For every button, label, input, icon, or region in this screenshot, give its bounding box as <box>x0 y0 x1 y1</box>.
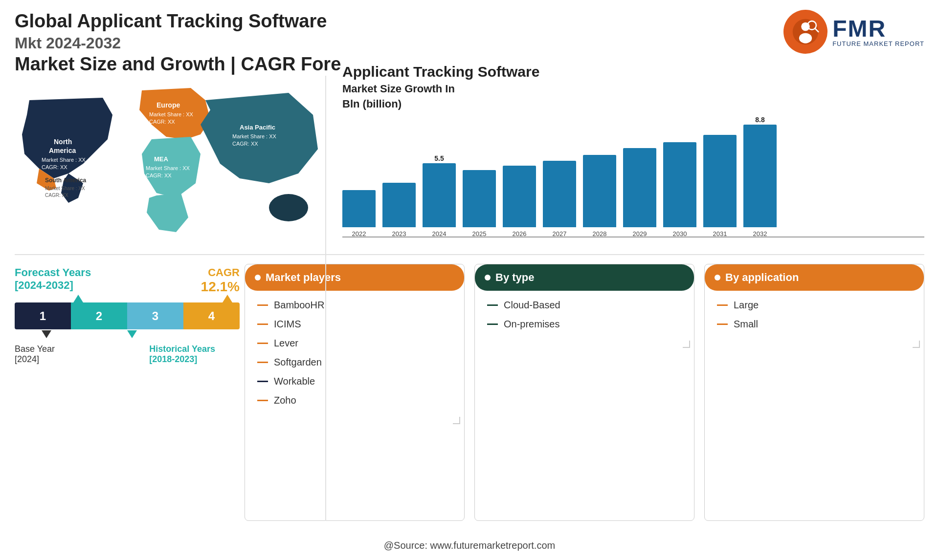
arrow-up-cagr <box>223 295 232 302</box>
source-text: @Source: www.futuremarketreport.com <box>0 540 939 551</box>
panel-type-title: By type <box>495 271 534 284</box>
bar-group: 2023 <box>382 173 416 237</box>
bar <box>382 183 416 227</box>
list-item: Workable <box>257 376 452 387</box>
svg-text:America: America <box>49 147 76 154</box>
list-item: Cloud-Based <box>487 300 682 311</box>
bar <box>583 155 616 227</box>
logo-text: FMR FUTURE MARKET REPORT <box>832 17 924 47</box>
arrow-down-base <box>42 330 51 338</box>
panel-market-players: Market players BambooHR ICIMS Lever Soft… <box>245 264 465 521</box>
list-dash <box>717 323 728 325</box>
chart-axis <box>342 237 924 237</box>
svg-text:MEA: MEA <box>154 155 169 163</box>
svg-point-19 <box>269 194 308 221</box>
panel-corner <box>453 417 460 424</box>
panel-players-dot <box>255 275 261 280</box>
arrow-down-hist <box>127 330 137 338</box>
svg-text:CAGR: XX: CAGR: XX <box>146 172 172 178</box>
bar-group: 2028 <box>583 145 616 237</box>
bar <box>342 190 376 227</box>
list-item: Large <box>717 300 912 311</box>
panel-players-title: Market players <box>266 271 341 284</box>
bar-chart: 202220235.520242025202620272028202920302… <box>342 120 924 237</box>
panel-app-header: By application <box>705 264 924 291</box>
bar <box>743 125 777 227</box>
list-dash <box>257 400 268 401</box>
logo: FMR FUTURE MARKET REPORT <box>783 10 924 54</box>
logo-icon <box>783 10 827 54</box>
bar-group: 2027 <box>543 151 576 237</box>
forecast-years-label: Forecast Years <box>15 266 91 279</box>
svg-text:Europe: Europe <box>156 101 180 109</box>
logo-tagline: FUTURE MARKET REPORT <box>832 41 924 47</box>
bar-annotation: 8.8 <box>755 116 764 124</box>
panel-players-header: Market players <box>245 264 464 291</box>
svg-text:CAGR: XX: CAGR: XX <box>232 141 258 147</box>
divider-horizontal <box>15 254 924 255</box>
svg-text:CAGR: XX: CAGR: XX <box>42 164 67 170</box>
panel-type-content: Cloud-Based On-premises <box>475 291 694 339</box>
logo-fmr: FMR <box>832 17 924 41</box>
cagr-value: 12.1% <box>201 279 240 295</box>
bar-group: 2029 <box>623 138 656 237</box>
arrow-up-forecast <box>73 295 83 302</box>
bar-group: 2022 <box>342 180 376 237</box>
svg-text:Market Share : XX: Market Share : XX <box>42 157 86 163</box>
bar-group: 2026 <box>503 156 536 237</box>
panel-corner <box>683 341 690 348</box>
title-line2: Market Size and Growth | CAGR Fore <box>15 53 341 76</box>
hist-years-label: Historical Years <box>149 344 215 354</box>
bar-group: 5.52024 <box>423 154 456 237</box>
bar-group: 8.82032 <box>743 116 777 237</box>
divider-vertical <box>325 76 326 521</box>
panel-by-type: By type Cloud-Based On-premises <box>474 264 694 521</box>
cagr-label: CAGR <box>201 266 240 279</box>
panel-app-content: Large Small <box>705 291 924 339</box>
list-item: Softgarden <box>257 357 452 368</box>
bar <box>543 161 576 227</box>
panels-container: Market players BambooHR ICIMS Lever Soft… <box>245 264 924 521</box>
panel-by-application: By application Large Small <box>704 264 924 521</box>
svg-text:Market Share : XX: Market Share : XX <box>45 186 85 191</box>
panel-app-title: By application <box>725 271 799 284</box>
svg-text:Market Share : XX: Market Share : XX <box>146 165 190 171</box>
bar <box>703 135 737 227</box>
svg-text:South America: South America <box>45 177 87 184</box>
chart-subtitle-line1: Market Size Growth In <box>342 83 924 95</box>
svg-text:Asia Pacific: Asia Pacific <box>240 124 275 131</box>
segment-1: 1 <box>15 302 71 329</box>
forecast-years-value: [2024-2032] <box>15 279 91 292</box>
svg-text:North: North <box>54 138 72 146</box>
list-item: BambooHR <box>257 300 452 311</box>
title-line1: Global Applicant Tracking Software <box>15 10 341 33</box>
svg-point-3 <box>799 33 812 43</box>
bar <box>423 163 456 227</box>
list-item: Zoho <box>257 395 452 406</box>
bar <box>623 148 656 227</box>
chart-section: Applicant Tracking Software Market Size … <box>342 64 924 259</box>
panel-type-dot <box>485 275 491 280</box>
svg-text:Market Share : XX: Market Share : XX <box>232 133 277 139</box>
list-dash <box>257 323 268 325</box>
list-dash <box>257 381 268 382</box>
bar-annotation: 5.5 <box>434 154 444 162</box>
svg-text:CAGR: XX: CAGR: XX <box>149 119 175 125</box>
bar <box>663 142 696 227</box>
panel-type-header: By type <box>475 264 694 291</box>
list-dash <box>487 304 498 306</box>
bar-group: 2030 <box>663 132 696 237</box>
hist-years-value: [2018-2023] <box>149 354 215 365</box>
segment-3: 3 <box>127 302 183 329</box>
panel-players-content: BambooHR ICIMS Lever Softgarden Workable… <box>245 291 464 415</box>
panel-app-dot <box>715 275 720 280</box>
chart-title: Applicant Tracking Software <box>342 64 924 80</box>
list-item: ICIMS <box>257 319 452 330</box>
chart-subtitle-line2: Bln (billion) <box>342 98 924 110</box>
forecast-section: Forecast Years [2024-2032] CAGR 12.1% 1 … <box>15 266 240 365</box>
title-overlay: Mkt 2024-2032 <box>15 33 341 53</box>
list-item: On-premises <box>487 319 682 330</box>
bar-group: 2031 <box>703 125 737 237</box>
base-year-label: Base Year <box>15 344 55 354</box>
bar <box>463 170 496 227</box>
